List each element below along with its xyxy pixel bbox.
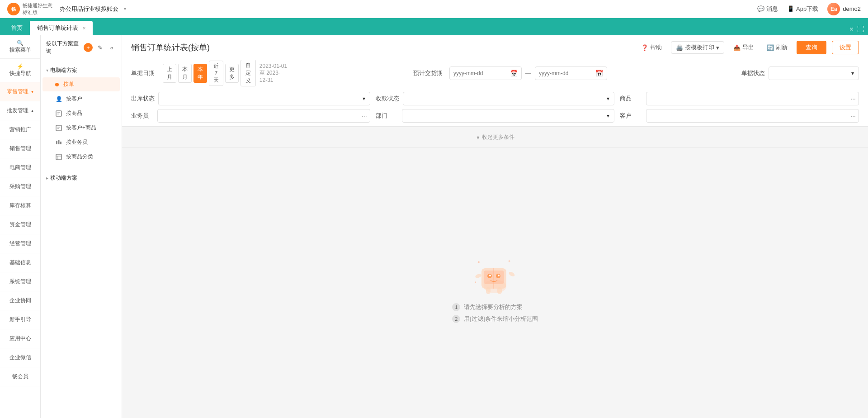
scheme-item-by-customer[interactable]: 👤 按客户 [42, 92, 120, 106]
print-icon: 🖨️ [676, 44, 683, 51]
wholesale-arrow: ▴ [31, 108, 33, 113]
collapse-panel-btn[interactable]: « [107, 43, 116, 52]
window-maximize-icon[interactable]: ⛶ [857, 25, 864, 33]
scheme-item-by-product-category[interactable]: 按商品分类 [42, 150, 120, 164]
product-input[interactable] [646, 94, 848, 104]
app-title: 办公用品行业模拟账套 [60, 5, 118, 13]
expected-end-date-input[interactable]: 📅 [535, 66, 607, 80]
help-btn[interactable]: ❓ 帮助 [637, 42, 665, 53]
top-bar: 畅 畅捷通好生意 标准版 办公用品行业模拟账套 ▾ 💬 消息 📱 App下载 E… [0, 0, 868, 18]
collapse-btn[interactable]: ∧ 收起更多条件 [472, 130, 518, 145]
salesman-input-group[interactable]: ··· [157, 109, 370, 123]
product-input-group[interactable]: ··· [646, 92, 859, 105]
filter-field-department: 部门 ▾ [376, 109, 615, 123]
scheme-parent-mobile[interactable]: ▸ 移动端方案 [41, 171, 122, 185]
tab-close-icon[interactable]: × [83, 25, 85, 31]
settings-btn[interactable]: 设置 [832, 41, 859, 54]
salesman-icon [55, 139, 62, 146]
step-2-num: 2 [452, 315, 460, 323]
product-more-icon[interactable]: ··· [848, 95, 859, 102]
sidebar-item-sales[interactable]: 销售管理 [0, 139, 40, 158]
payment-status-dropdown-icon: ▾ [607, 95, 609, 102]
department-select[interactable]: ▾ [402, 109, 615, 123]
expected-start-date-input[interactable]: 📅 [449, 66, 522, 80]
sidebar-item-retail[interactable]: 零售管理 ▾ [0, 82, 40, 101]
export-btn[interactable]: 📤 导出 [730, 42, 758, 53]
customer-input[interactable] [646, 111, 848, 121]
scheme-item-by-salesman[interactable]: 按业务员 [42, 135, 120, 149]
date-btn-custom[interactable]: 自定义 [241, 60, 256, 86]
refresh-btn[interactable]: 🔄 刷新 [763, 42, 791, 53]
expected-start-input[interactable] [453, 70, 508, 76]
date-button-group: 上月 本月 本年 近7天 更多 自定义 2023-01-01 至 2023-12… [163, 60, 288, 86]
date-btn-more[interactable]: 更多 [225, 64, 239, 83]
department-label: 部门 [376, 112, 398, 120]
payment-status-select[interactable]: ▾ [403, 92, 615, 105]
tab-active[interactable]: 销售订单统计表 × [30, 21, 93, 35]
sidebar-item-corpwechat[interactable]: 企业微信 [0, 348, 40, 367]
sidebar-item-appcenter[interactable]: 应用中心 [0, 329, 40, 348]
salesman-input[interactable] [158, 111, 359, 121]
top-bar-left: 畅 畅捷通好生意 标准版 办公用品行业模拟账套 ▾ [7, 2, 126, 15]
edit-scheme-btn[interactable]: ✎ [95, 43, 104, 52]
sidebar-quick-nav[interactable]: ⚡ 快捷导航 [0, 59, 40, 82]
sidebar-item-member[interactable]: 畅会员 [0, 367, 40, 386]
svg-text:✦: ✦ [477, 260, 481, 265]
step-1-num: 1 [452, 303, 460, 311]
sidebar: 🔍 搜索菜单 ⚡ 快捷导航 零售管理 ▾ 批发管理 ▴ 营销推广 销售管理 电商… [0, 35, 41, 418]
svg-rect-2 [56, 111, 61, 116]
query-btn[interactable]: 查询 [797, 41, 826, 54]
filter-field-customer: 客户 ··· [620, 109, 859, 123]
filter-field-salesman: 业务员 ··· [131, 109, 370, 123]
tab-home[interactable]: 首页 [4, 21, 30, 35]
customer-input-group[interactable]: ··· [646, 109, 859, 123]
sidebar-item-wholesale[interactable]: 批发管理 ▴ [0, 101, 40, 120]
scheme-item-by-order[interactable]: 按单 [42, 77, 120, 91]
sidebar-item-newguide[interactable]: 新手引导 [0, 310, 40, 329]
print-btn[interactable]: 🖨️ 按模板打印 ▾ [671, 41, 724, 54]
sidebar-search[interactable]: 🔍 搜索菜单 [0, 35, 40, 59]
expected-end-input[interactable] [539, 70, 594, 76]
status-label: 单据状态 [741, 69, 769, 77]
export-icon: 📤 [733, 44, 741, 51]
svg-point-23 [508, 271, 515, 277]
date-btn-thismonth[interactable]: 本月 [178, 64, 192, 83]
expected-date-label: 预计交货期 [413, 69, 449, 77]
sidebar-item-cooperation[interactable]: 企业协同 [0, 291, 40, 310]
date-range-text: 2023-01-01 至 2023-12-31 [259, 63, 288, 83]
app-title-dropdown-icon[interactable]: ▾ [124, 6, 126, 11]
scheme-parent-pc[interactable]: ▾ 电脑端方案 [41, 64, 122, 77]
collapse-chevron-icon: ∧ [476, 134, 480, 141]
scheme-item-by-product[interactable]: 按商品 [42, 106, 120, 120]
ship-status-dropdown-icon: ▾ [363, 95, 365, 102]
sidebar-item-finance[interactable]: 资金管理 [0, 215, 40, 234]
top-bar-right: 💬 消息 📱 App下载 Ea demo2 [757, 3, 861, 15]
ship-status-select[interactable]: ▾ [158, 92, 370, 105]
svg-text:畅: 畅 [11, 7, 16, 12]
sidebar-item-ecommerce[interactable]: 电商管理 [0, 158, 40, 177]
svg-rect-5 [56, 125, 61, 131]
sidebar-item-purchase[interactable]: 采购管理 [0, 177, 40, 196]
scheme-item-by-customer-product[interactable]: 按客户+商品 [42, 121, 120, 135]
message-action[interactable]: 💬 消息 [757, 5, 778, 13]
sidebar-item-operation[interactable]: 经营管理 [0, 234, 40, 253]
app-download-action[interactable]: 📱 App下载 [787, 5, 818, 13]
sidebar-item-basic[interactable]: 基础信息 [0, 253, 40, 272]
sidebar-item-inventory[interactable]: 库存核算 [0, 196, 40, 215]
sidebar-item-marketing[interactable]: 营销推广 [0, 120, 40, 139]
window-close-icon[interactable]: × [849, 25, 854, 33]
date-btn-last7days[interactable]: 近7天 [209, 61, 223, 86]
left-panel: 按以下方案查询 + ✎ « ▾ 电脑端方案 按单 👤 按客户 [41, 35, 122, 418]
sidebar-item-system[interactable]: 系统管理 [0, 272, 40, 291]
tab-bar-right: × ⛶ [849, 25, 864, 35]
status-select[interactable]: ▾ [769, 66, 859, 80]
salesman-more-icon[interactable]: ··· [359, 112, 370, 119]
filter-section-row2: 出库状态 ▾ 收款状态 ▾ 商品 [131, 92, 859, 109]
customer-more-icon[interactable]: ··· [848, 112, 859, 119]
logo-area[interactable]: 畅 畅捷通好生意 标准版 [7, 2, 52, 15]
filter-field-product: 商品 ··· [620, 92, 859, 105]
date-btn-lastmonth[interactable]: 上月 [163, 64, 176, 83]
add-scheme-btn[interactable]: + [84, 43, 93, 52]
date-btn-thisyear[interactable]: 本年 [193, 64, 207, 83]
user-area[interactable]: Ea demo2 [827, 3, 861, 15]
